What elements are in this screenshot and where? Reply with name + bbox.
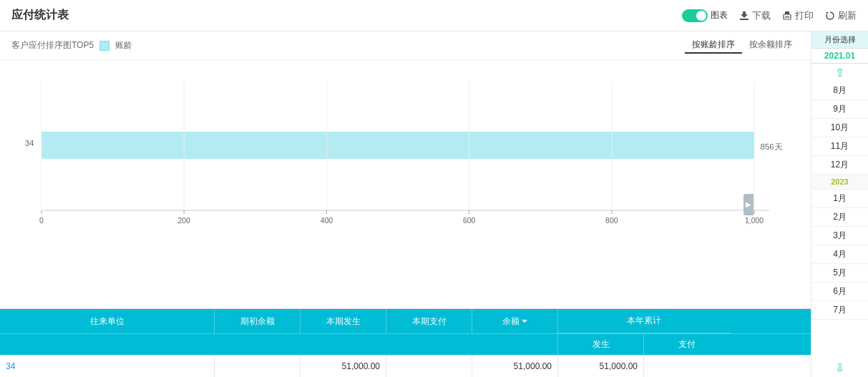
svg-text:600: 600 bbox=[463, 217, 476, 225]
td-opening bbox=[215, 356, 301, 377]
toggle-label: 图表 bbox=[711, 9, 728, 21]
download-icon bbox=[739, 11, 749, 21]
month-nav-up[interactable]: ⇧ bbox=[811, 64, 868, 82]
chart-area: 34 856天 0 200 400 600 bbox=[0, 60, 811, 308]
month-item-9[interactable]: 9月 bbox=[811, 100, 868, 119]
th-ytd: 本年累计 bbox=[558, 309, 730, 333]
td-period-pay bbox=[386, 356, 472, 377]
th-unit: 往来单位 bbox=[0, 309, 215, 333]
td-ytd-occur: 51,000.00 bbox=[558, 356, 644, 377]
balance-sort-icon bbox=[521, 318, 528, 325]
legend-box bbox=[99, 41, 109, 51]
sidebar-title: 月份选择 bbox=[811, 31, 868, 49]
td-balance: 51,000.00 bbox=[472, 356, 558, 377]
table-section: 往来单位 期初余额 本期发生 本期支付 余额 本年累计 发生 支付 bbox=[0, 308, 811, 377]
page-header: 应付统计表 图表 下载 打印 刷新 bbox=[0, 0, 868, 31]
month-nav-down[interactable]: ⇩ bbox=[811, 359, 868, 377]
chart-svg: 34 856天 0 200 400 600 bbox=[11, 67, 799, 225]
month-sidebar: 月份选择 ⇧ 8月 9月 10月 11月 12月 2023 1月 2月 3月 4… bbox=[811, 31, 868, 377]
month-list: 8月 9月 10月 11月 12月 2023 1月 2月 3月 4月 5月 6月… bbox=[811, 82, 868, 359]
svg-text:800: 800 bbox=[605, 217, 618, 225]
month-item-5[interactable]: 5月 bbox=[811, 264, 868, 283]
td-unit[interactable]: 34 bbox=[0, 356, 215, 377]
year-2023-label: 2023 bbox=[811, 175, 868, 190]
svg-rect-0 bbox=[740, 19, 748, 20]
sub-th-pay: 支付 bbox=[644, 334, 730, 355]
chart-header: 客户应付排序图TOP5 账龄 按账龄排序 按余额排序 bbox=[0, 31, 811, 60]
legend-box-label: 账龄 bbox=[115, 39, 132, 52]
month-item-10[interactable]: 10月 bbox=[811, 119, 868, 137]
svg-text:400: 400 bbox=[321, 217, 333, 225]
th-period-pay: 本期支付 bbox=[386, 309, 472, 333]
refresh-button[interactable]: 刷新 bbox=[825, 9, 857, 22]
sidebar-collapse-button[interactable]: ▶ bbox=[743, 194, 754, 215]
chart-sort-buttons: 按账龄排序 按余额排序 bbox=[685, 37, 799, 54]
chart-section: 客户应付排序图TOP5 账龄 按账龄排序 按余额排序 34 856天 bbox=[0, 31, 811, 377]
month-item-1[interactable]: 1月 bbox=[811, 190, 868, 208]
table-row: 34 51,000.00 51,000.00 51,000.00 bbox=[0, 355, 811, 377]
page-title: 应付统计表 bbox=[11, 8, 69, 23]
svg-text:200: 200 bbox=[177, 217, 190, 225]
legend-label: 客户应付排序图TOP5 bbox=[11, 39, 94, 52]
td-period-occur: 51,000.00 bbox=[301, 356, 386, 377]
td-ytd-pay bbox=[644, 356, 730, 377]
month-item-2[interactable]: 2月 bbox=[811, 208, 868, 227]
th-opening: 期初余额 bbox=[215, 309, 301, 333]
print-button[interactable]: 打印 bbox=[782, 9, 814, 22]
chart-toggle-wrap: 图表 bbox=[682, 9, 728, 22]
svg-text:1,000: 1,000 bbox=[745, 217, 764, 225]
sub-th-occur: 发生 bbox=[558, 334, 644, 355]
table-sub-header: 发生 支付 bbox=[0, 333, 811, 355]
svg-text:0: 0 bbox=[39, 217, 44, 225]
print-icon bbox=[782, 11, 792, 21]
svg-text:856天: 856天 bbox=[760, 142, 781, 151]
month-item-6[interactable]: 6月 bbox=[811, 283, 868, 301]
sort-by-amount-button[interactable]: 按账龄排序 bbox=[685, 37, 742, 54]
download-button[interactable]: 下载 bbox=[739, 9, 771, 22]
year-input[interactable] bbox=[811, 49, 868, 64]
header-actions: 图表 下载 打印 刷新 bbox=[682, 9, 857, 22]
th-balance: 余额 bbox=[472, 309, 558, 333]
month-item-8[interactable]: 8月 bbox=[811, 82, 868, 100]
main-area: 客户应付排序图TOP5 账龄 按账龄排序 按余额排序 34 856天 bbox=[0, 31, 868, 377]
sort-by-balance-button[interactable]: 按余额排序 bbox=[742, 37, 799, 54]
svg-rect-5 bbox=[42, 132, 754, 159]
chart-legend: 客户应付排序图TOP5 账龄 bbox=[11, 39, 132, 52]
refresh-icon bbox=[825, 11, 835, 21]
svg-rect-2 bbox=[785, 11, 789, 14]
table-header: 往来单位 期初余额 本期发生 本期支付 余额 本年累计 bbox=[0, 309, 811, 333]
month-item-3[interactable]: 3月 bbox=[811, 227, 868, 245]
th-period-occur: 本期发生 bbox=[301, 309, 386, 333]
chart-toggle[interactable] bbox=[682, 9, 708, 22]
month-item-7[interactable]: 7月 bbox=[811, 301, 868, 320]
month-item-11[interactable]: 11月 bbox=[811, 137, 868, 156]
svg-text:34: 34 bbox=[25, 139, 34, 147]
month-item-12[interactable]: 12月 bbox=[811, 156, 868, 175]
month-item-4[interactable]: 4月 bbox=[811, 245, 868, 264]
svg-rect-3 bbox=[785, 16, 789, 18]
